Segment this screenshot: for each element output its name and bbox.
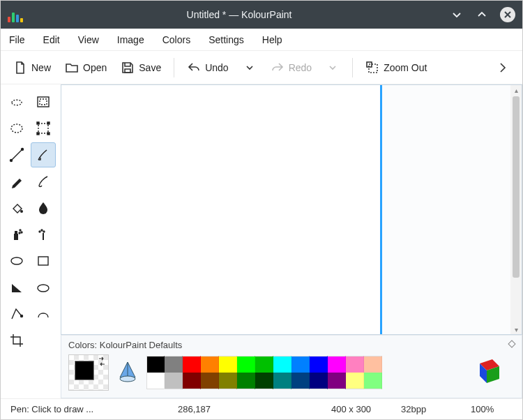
redo-button[interactable]: Redo — [265, 58, 317, 77]
color-panel: Colors: KolourPaint Defaults — [61, 335, 522, 398]
svg-point-20 — [11, 257, 22, 264]
color-swatch[interactable] — [310, 373, 328, 389]
color-picker-icon[interactable] — [119, 361, 137, 384]
color-swatch[interactable] — [183, 373, 201, 389]
color-swatch[interactable] — [273, 373, 291, 389]
tool-ellipse-select[interactable] — [4, 116, 29, 141]
color-swatch[interactable] — [364, 373, 382, 389]
open-label: Open — [83, 62, 107, 73]
window-title: Untitled * — KolourPaint — [29, 9, 450, 20]
color-swatch[interactable] — [201, 373, 219, 389]
scroll-down-icon[interactable]: ▾ — [510, 324, 522, 334]
zoom-out-icon — [365, 61, 379, 75]
color-swatch[interactable] — [273, 356, 291, 373]
color-swatch[interactable] — [255, 356, 273, 373]
color-swatch[interactable] — [165, 356, 183, 373]
tool-oval[interactable] — [31, 275, 56, 300]
menu-colors[interactable]: Colors — [162, 34, 190, 45]
toolbar: New Open Save Undo Redo Zoom Out — [1, 51, 522, 84]
color-swatch[interactable] — [219, 373, 237, 389]
tool-curve[interactable] — [4, 301, 29, 327]
swap-colors-icon[interactable] — [97, 357, 107, 366]
menu-edit[interactable]: Edit — [43, 34, 60, 45]
scroll-up-icon[interactable]: ▴ — [510, 85, 522, 95]
color-swatch[interactable] — [328, 356, 346, 373]
color-swatch[interactable] — [146, 356, 165, 373]
tool-rectangle[interactable] — [31, 248, 56, 273]
open-button[interactable]: Open — [59, 58, 112, 77]
svg-rect-13 — [15, 231, 17, 234]
toolbox — [1, 84, 61, 398]
vertical-scrollbar[interactable]: ▴ ▾ — [510, 85, 522, 334]
svg-point-19 — [43, 231, 45, 232]
maximize-button[interactable] — [475, 8, 489, 22]
color-swatches — [146, 356, 382, 389]
svg-rect-12 — [14, 234, 18, 240]
canvas[interactable] — [61, 85, 382, 334]
color-swatch[interactable] — [183, 356, 201, 373]
color-swatch[interactable] — [237, 356, 255, 373]
tool-brush[interactable] — [31, 169, 56, 194]
menu-image[interactable]: Image — [117, 34, 144, 45]
color-swatch[interactable] — [146, 373, 165, 389]
tool-fill[interactable] — [4, 195, 29, 220]
tool-polygon[interactable] — [4, 275, 29, 300]
scroll-thumb[interactable] — [513, 96, 520, 278]
menu-view[interactable]: View — [78, 34, 99, 45]
tool-ellipse[interactable] — [4, 248, 29, 273]
tool-line[interactable] — [4, 142, 29, 167]
minimize-button[interactable] — [450, 8, 464, 22]
color-swatch[interactable] — [291, 356, 310, 373]
tool-arc[interactable] — [31, 301, 56, 327]
redo-dropdown[interactable] — [320, 58, 345, 77]
svg-rect-4 — [38, 123, 48, 133]
foreground-color[interactable] — [75, 361, 94, 380]
save-button[interactable]: Save — [115, 58, 167, 77]
color-swatch[interactable] — [255, 373, 273, 389]
titlebar: Untitled * — KolourPaint — [1, 1, 522, 29]
color-swatch[interactable] — [201, 356, 219, 373]
color-swatch[interactable] — [364, 356, 382, 373]
new-button[interactable]: New — [8, 58, 56, 77]
tool-transform-select[interactable] — [31, 116, 56, 141]
tool-rect-select[interactable] — [31, 89, 56, 114]
redo-icon — [271, 61, 285, 75]
svg-rect-7 — [37, 133, 39, 135]
svg-point-24 — [120, 376, 135, 382]
menu-file[interactable]: File — [9, 34, 25, 45]
color-swatch[interactable] — [310, 356, 328, 373]
svg-rect-5 — [37, 122, 39, 124]
tool-marker[interactable] — [4, 169, 29, 194]
tool-blur[interactable] — [31, 195, 56, 220]
undo-button[interactable]: Undo — [181, 58, 234, 77]
color-swatch[interactable] — [291, 373, 310, 389]
menu-settings[interactable]: Settings — [209, 34, 244, 45]
status-position: 286,187 — [178, 404, 220, 414]
close-button[interactable] — [500, 7, 515, 22]
color-swatch[interactable] — [219, 356, 237, 373]
rgb-cube-icon[interactable] — [471, 355, 503, 390]
foreground-background-swatch[interactable] — [68, 354, 109, 391]
tool-free-select[interactable] — [4, 89, 29, 114]
tool-pen[interactable] — [31, 142, 56, 167]
menu-help[interactable]: Help — [262, 34, 282, 45]
color-swatch[interactable] — [237, 373, 255, 389]
open-folder-icon — [65, 61, 79, 75]
chevron-down-icon — [326, 61, 340, 75]
color-swatch[interactable] — [346, 356, 364, 373]
toolbar-separator — [174, 58, 174, 77]
undo-dropdown[interactable] — [237, 58, 262, 77]
scroll-track[interactable] — [510, 279, 522, 324]
main-area: ▴ ▾ Colors: KolourPaint Defaults — [1, 84, 522, 398]
color-swatch[interactable] — [328, 373, 346, 389]
color-swatch[interactable] — [165, 373, 183, 389]
svg-point-16 — [19, 232, 20, 234]
canvas-column: ▴ ▾ Colors: KolourPaint Defaults — [61, 84, 522, 398]
svg-rect-21 — [38, 257, 48, 265]
tool-spray[interactable] — [4, 222, 29, 247]
tool-eyedropper[interactable] — [31, 222, 56, 247]
color-swatch[interactable] — [346, 373, 364, 389]
zoom-out-button[interactable]: Zoom Out — [360, 58, 432, 77]
toolbar-overflow[interactable] — [490, 58, 515, 77]
tool-crop[interactable] — [4, 328, 29, 353]
